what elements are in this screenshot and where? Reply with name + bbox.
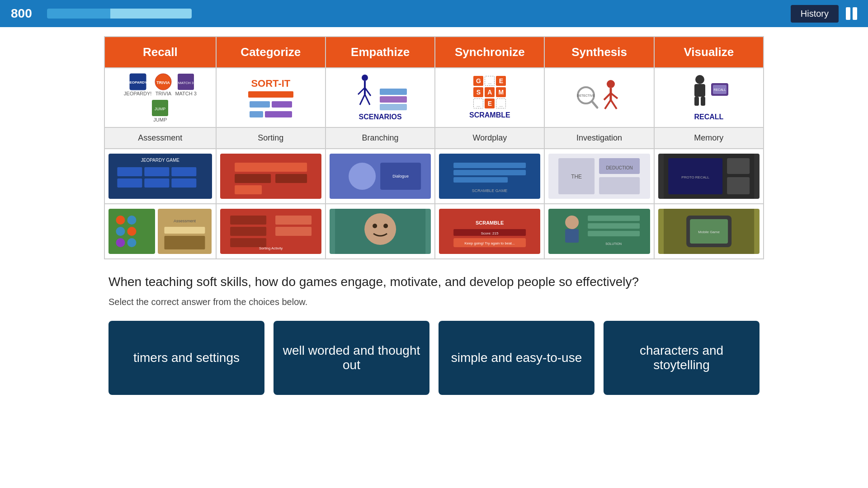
svg-rect-33 — [171, 167, 196, 176]
svg-text:RECALL: RECALL — [713, 88, 726, 91]
jeopardy-icon: JEOPARDY! — [129, 73, 147, 91]
image-row-1: JEOPARDY GAME — [104, 149, 764, 204]
svg-point-64 — [116, 216, 125, 225]
history-button[interactable]: History — [791, 5, 839, 23]
svg-rect-95 — [588, 223, 640, 229]
sortit-img2: Sorting Activity — [216, 204, 326, 259]
svg-rect-32 — [144, 167, 169, 176]
svg-text:DETECTIVE: DETECTIVE — [577, 94, 595, 97]
svg-rect-31 — [117, 167, 142, 176]
pause-icon — [846, 7, 857, 20]
svg-rect-41 — [275, 174, 307, 183]
svg-rect-34 — [117, 178, 142, 188]
progress-remaining — [110, 9, 192, 19]
svg-line-19 — [611, 100, 617, 109]
svg-line-13 — [365, 94, 370, 105]
recall-img1: JEOPARDY GAME — [104, 149, 216, 204]
svg-point-68 — [116, 238, 125, 247]
sortit-screenshot2: Sorting Activity — [220, 209, 321, 254]
detective-icon: DETECTIVE — [572, 80, 627, 116]
svg-rect-42 — [235, 185, 262, 194]
detective-visual: DETECTIVE — [549, 80, 649, 116]
instruction-text: Select the correct answer from the choic… — [108, 297, 760, 307]
svg-rect-76 — [230, 227, 266, 236]
svg-text:TRIVIA: TRIVIA — [157, 80, 170, 85]
jeopardy-screenshot: JEOPARDY GAME — [108, 154, 212, 199]
svg-point-66 — [116, 227, 125, 236]
answer-choice-3[interactable]: simple and easy-to-use — [439, 321, 594, 395]
svg-rect-40 — [235, 174, 271, 183]
subtitle-row: Assessment Sorting Branching Wordplay In… — [104, 127, 764, 149]
score-display: 800 — [11, 6, 38, 21]
answer-choices: timers and settings well worded and thou… — [108, 321, 760, 395]
svg-line-12 — [360, 94, 365, 105]
scenarios-img1: Dialogue — [326, 149, 435, 204]
detective-screenshot: THE DEDUCTION — [548, 154, 650, 199]
subtitle-categorize: Sorting — [216, 127, 326, 149]
recall-img1: PROTO RECALL — [654, 149, 764, 204]
detective-img2: SOLUTION — [544, 204, 654, 259]
svg-rect-49 — [453, 170, 526, 175]
scenarios-visual: SCENARIOS — [330, 74, 430, 121]
svg-text:Mobile Game: Mobile Game — [698, 230, 720, 234]
pause-button[interactable] — [846, 7, 857, 20]
scramble-screenshot: SCRAMBLE GAME — [439, 154, 540, 199]
detective-icon-cell: DETECTIVE — [544, 68, 654, 127]
svg-text:JUMP: JUMP — [155, 107, 166, 111]
svg-rect-25 — [694, 97, 699, 106]
jump-screenshot: Assessment — [158, 209, 212, 254]
svg-rect-75 — [230, 216, 266, 225]
top-bar: 800 History — [0, 0, 868, 27]
svg-rect-24 — [694, 84, 705, 97]
svg-point-83 — [373, 224, 377, 228]
col-synchronize: Synchronize — [435, 37, 544, 68]
col-recall: Recall — [104, 37, 216, 68]
svg-text:SOLUTION: SOLUTION — [606, 242, 622, 245]
scramble-img2: SCRAMBLE Score: 215 Keep going! Try agai… — [435, 204, 544, 259]
progress-bar — [47, 9, 192, 19]
scenarios-screenshot: Dialogue — [330, 154, 431, 199]
detective-screenshot2: SOLUTION — [548, 209, 650, 254]
subtitle-empathize: Branching — [326, 127, 435, 149]
proto-recall-icon: RECALL — [686, 74, 731, 110]
svg-text:MATCH 3: MATCH 3 — [178, 81, 194, 85]
svg-point-23 — [695, 75, 704, 84]
progress-filled — [47, 9, 110, 19]
svg-point-69 — [127, 238, 136, 247]
answer-choice-4[interactable]: characters and stoytelling — [604, 321, 760, 395]
svg-rect-77 — [230, 238, 266, 247]
svg-rect-78 — [275, 216, 311, 225]
jump-icon: JUMP — [151, 99, 169, 117]
svg-text:JEOPARDY!: JEOPARDY! — [129, 80, 147, 84]
svg-point-14 — [607, 80, 615, 88]
svg-rect-96 — [588, 231, 640, 236]
answer-choice-1[interactable]: timers and settings — [108, 321, 264, 395]
sortit-img1 — [216, 149, 326, 204]
svg-point-65 — [127, 216, 136, 225]
svg-rect-36 — [171, 178, 196, 188]
svg-rect-60 — [727, 158, 750, 174]
svg-point-82 — [364, 213, 396, 245]
detective-img1: THE DEDUCTION — [544, 149, 654, 204]
question-text: When teaching soft skills, how do games … — [108, 273, 760, 291]
scramble-screenshot2: SCRAMBLE Score: 215 Keep going! Try agai… — [439, 209, 540, 254]
sortit-icon-cell: SORT-IT — [216, 68, 326, 127]
svg-rect-94 — [588, 216, 640, 221]
svg-rect-26 — [701, 97, 705, 106]
trivia-icon: TRIVIA — [154, 73, 172, 91]
answer-choice-2[interactable]: well worded and thought out — [274, 321, 429, 395]
svg-text:THE: THE — [571, 174, 582, 180]
top-right-controls: History — [791, 5, 857, 23]
svg-rect-72 — [164, 227, 205, 234]
svg-point-84 — [383, 224, 388, 228]
question-section: When teaching soft skills, how do games … — [104, 273, 764, 395]
svg-text:Dialogue: Dialogue — [392, 174, 409, 178]
svg-text:Score: 215: Score: 215 — [481, 231, 499, 235]
walking-figure-icon — [354, 74, 376, 110]
svg-text:Sorting Activity: Sorting Activity — [259, 246, 283, 250]
protorecall-screenshot1: PROTO RECALL — [658, 154, 760, 199]
scenarios-icon-cell: SCENARIOS — [326, 68, 435, 127]
svg-point-92 — [566, 216, 579, 229]
main-content: Recall Categorize Empathize Synchronize … — [0, 27, 868, 404]
match3-screenshot — [108, 209, 155, 254]
